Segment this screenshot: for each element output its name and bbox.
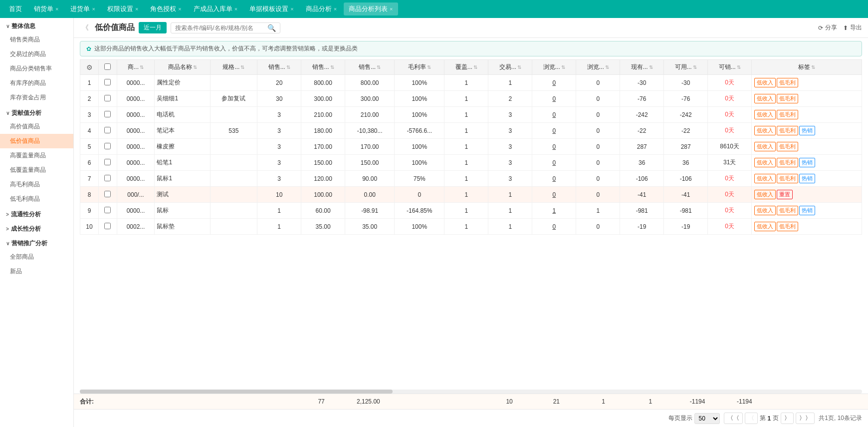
nav-close-icon[interactable]: × (290, 6, 293, 12)
next-page-button[interactable]: 〉 (781, 413, 794, 424)
gear-icon[interactable]: ⚙ (86, 63, 93, 71)
collapse-button[interactable]: 《 (80, 22, 91, 33)
cover-column-header[interactable]: 覆盖...⇅ (444, 60, 488, 75)
nav-close-icon[interactable]: × (55, 6, 58, 12)
row-checkbox[interactable] (99, 187, 117, 203)
trade-column-header[interactable]: 交易...⇅ (488, 60, 532, 75)
checkbox-column-header[interactable] (99, 60, 117, 75)
row-name[interactable]: 鼠标1 (155, 171, 210, 187)
row-checkbox[interactable] (99, 171, 117, 187)
prev-page-button[interactable]: 〈 (745, 413, 758, 424)
usable-column-header[interactable]: 可用...⇅ (664, 60, 708, 75)
browse2-column-header[interactable]: 浏览...⇅ (576, 60, 620, 75)
table-container[interactable]: ⚙ 商...⇅ 商品名称⇅ 规格...⇅ 销售...⇅ 销售...⇅ 销售...… (74, 59, 868, 390)
row-select-checkbox[interactable] (104, 191, 111, 197)
row-name[interactable]: 橡皮擦 (155, 139, 210, 155)
row-checkbox[interactable] (99, 107, 117, 123)
amount-column-header[interactable]: 销售...⇅ (301, 60, 345, 75)
sidebar-group-流通性分析[interactable]: >流通性分析 (0, 206, 73, 221)
tags-column-header[interactable]: 标签⇅ (752, 60, 862, 75)
sidebar-item-低毛利商品[interactable]: 低毛利商品 (0, 192, 73, 206)
row-name[interactable]: 铅笔1 (155, 155, 210, 171)
nav-item-进货单[interactable]: 进货单× (65, 2, 100, 15)
sidebar-item-销售类商品[interactable]: 销售类商品 (0, 32, 73, 47)
row-checkbox[interactable] (99, 203, 117, 219)
salable-column-header[interactable]: 可销...⇅ (708, 60, 752, 75)
search-icon[interactable]: 🔍 (267, 24, 276, 32)
sidebar-group-成长性分析[interactable]: >成长性分析 (0, 221, 73, 235)
per-page-select[interactable]: 50 100 (694, 413, 720, 424)
code-column-header[interactable]: 商...⇅ (117, 60, 155, 75)
sidebar-item-库存资金占用[interactable]: 库存资金占用 (0, 90, 73, 105)
row-name[interactable]: 电话机 (155, 107, 210, 123)
nav-close-icon[interactable]: × (234, 6, 237, 12)
row-name[interactable]: 鼠标 (155, 203, 210, 219)
row-checkbox[interactable] (99, 75, 117, 91)
row-browse1[interactable]: 0 (532, 171, 576, 187)
sidebar-item-高覆盖量商品[interactable]: 高覆盖量商品 (0, 148, 73, 163)
last-page-button[interactable]: 〉〉 (796, 413, 815, 424)
row-browse1[interactable]: 0 (532, 187, 576, 203)
row-name[interactable]: 属性定价 (155, 75, 210, 91)
row-select-checkbox[interactable] (104, 207, 111, 213)
row-browse1[interactable]: 0 (532, 123, 576, 139)
sidebar-item-高毛利商品[interactable]: 高毛利商品 (0, 177, 73, 192)
row-browse1[interactable]: 0 (532, 219, 576, 235)
spec-column-header[interactable]: 规格...⇅ (210, 60, 257, 75)
time-filter-button[interactable]: 近一月 (139, 22, 167, 33)
sidebar-group-营销推广分析[interactable]: ∨营销推广分析 (0, 235, 73, 250)
row-name[interactable]: 鼠标垫 (155, 219, 210, 235)
current-column-header[interactable]: 现有...⇅ (620, 60, 664, 75)
sidebar-item-有库序的商品[interactable]: 有库序的商品 (0, 76, 73, 90)
sidebar-item-全部商品[interactable]: 全部商品 (0, 250, 73, 264)
nav-item-销货单[interactable]: 销货单× (29, 2, 63, 15)
row-checkbox[interactable] (99, 219, 117, 235)
first-page-button[interactable]: 〈〈 (724, 413, 743, 424)
row-name[interactable]: 吴细细1 (155, 91, 210, 107)
row-select-checkbox[interactable] (104, 79, 111, 85)
search-input[interactable] (175, 24, 265, 31)
export-button[interactable]: ⬆ 导出 (843, 23, 862, 32)
nav-close-icon[interactable]: × (334, 6, 337, 12)
name-column-header[interactable]: 商品名称⇅ (155, 60, 210, 75)
nav-item-单据模板设置[interactable]: 单据模板设置× (244, 2, 298, 15)
row-select-checkbox[interactable] (104, 175, 111, 181)
row-name[interactable]: 测试 (155, 187, 210, 203)
nav-item-商品分析列表[interactable]: 商品分析列表× (344, 2, 398, 15)
row-select-checkbox[interactable] (104, 95, 111, 101)
row-select-checkbox[interactable] (104, 159, 111, 165)
row-checkbox[interactable] (99, 91, 117, 107)
nav-close-icon[interactable]: × (390, 6, 393, 12)
nav-item-角色授权[interactable]: 角色授权× (145, 2, 186, 15)
avg-column-header[interactable]: 销售...⇅ (345, 60, 395, 75)
nav-close-icon[interactable]: × (178, 6, 181, 12)
sidebar-group-贡献值分析[interactable]: ∨贡献值分析 (0, 105, 73, 119)
sidebar-item-新品[interactable]: 新品 (0, 264, 73, 279)
select-all-checkbox[interactable] (104, 63, 111, 70)
row-checkbox[interactable] (99, 123, 117, 139)
nav-item-产成品入库单[interactable]: 产成品入库单× (189, 2, 242, 15)
row-checkbox[interactable] (99, 139, 117, 155)
nav-close-icon[interactable]: × (135, 6, 138, 12)
sidebar-item-高价值商品[interactable]: 高价值商品 (0, 119, 73, 134)
nav-item-商品分析[interactable]: 商品分析× (301, 2, 342, 15)
row-select-checkbox[interactable] (104, 127, 111, 133)
row-select-checkbox[interactable] (104, 223, 111, 229)
row-browse1[interactable]: 0 (532, 107, 576, 123)
horizontal-scrollbar[interactable] (80, 390, 862, 394)
row-select-checkbox[interactable] (104, 111, 111, 117)
sidebar-item-交易过的商品[interactable]: 交易过的商品 (0, 47, 73, 61)
row-browse1[interactable]: 0 (532, 155, 576, 171)
nav-item-权限设置[interactable]: 权限设置× (102, 2, 143, 15)
share-button[interactable]: ⟳ 分享 (818, 23, 837, 32)
qty-column-header[interactable]: 销售...⇅ (257, 60, 301, 75)
row-browse1[interactable]: 0 (532, 91, 576, 107)
gross-column-header[interactable]: 毛利率⇅ (395, 60, 444, 75)
row-name[interactable]: 笔记本 (155, 123, 210, 139)
gear-column-header[interactable]: ⚙ (80, 60, 99, 75)
row-checkbox[interactable] (99, 155, 117, 171)
row-browse1[interactable]: 1 (532, 203, 576, 219)
browse1-column-header[interactable]: 浏览...⇅ (532, 60, 576, 75)
row-select-checkbox[interactable] (104, 143, 111, 149)
sidebar-group-整体信息[interactable]: ∨整体信息 (0, 18, 73, 32)
